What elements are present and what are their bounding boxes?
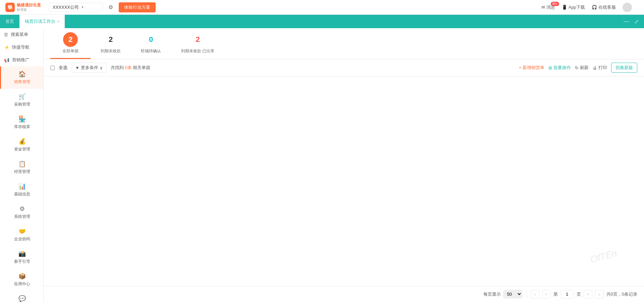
logo-text: 畅捷通好生意 标准版: [17, 3, 41, 11]
sidebar-item-app-center[interactable]: 📦 应用中心: [0, 268, 43, 291]
tab-bar: 首页 钱货日清工作台 × — ⤢: [0, 15, 644, 28]
enterprise-icon: 🤝: [18, 228, 26, 235]
sidebar-item-sales[interactable]: 🏠 销售管理: [0, 66, 43, 89]
finance-label: 资金管理: [14, 146, 30, 152]
download-icon: 📱: [562, 5, 567, 10]
last-page-btn[interactable]: »: [595, 290, 604, 299]
stat-overdue-number: 2: [103, 32, 118, 47]
search-menu-item[interactable]: ☰ 搜索菜单: [0, 28, 43, 41]
company-selector[interactable]: XXXXXX公司 ▼: [49, 3, 103, 12]
sidebar-item-system[interactable]: ⚙ 系统管理: [0, 201, 43, 224]
switch-btn[interactable]: 切换新版: [611, 63, 637, 73]
toolbar: 全选 ▼ 更多条件 ∨ 共找到 0条 相关单据 + 新增销货单 ⊞ 批量操作: [44, 59, 644, 76]
enterprise-label: 企业协同: [14, 236, 30, 242]
filter-label: 更多条件: [81, 65, 98, 71]
filter-icon: ▼: [75, 65, 79, 70]
batch-icon: ⊞: [548, 65, 552, 70]
main-layout: ☰ 搜索菜单 ⚡ 快捷导航 📢 营销推广 🏠 销售管理 🛒 采购管理 🏪 库存核…: [0, 28, 644, 302]
quick-nav-icon: ⚡: [4, 45, 9, 50]
operations-label: 经营管理: [14, 169, 30, 175]
stat-tab-overdue[interactable]: 2 到期未收款: [91, 28, 131, 59]
print-label: 打印: [598, 65, 607, 71]
stat-tab-all[interactable]: 2 全部单据: [50, 28, 91, 59]
stat-tab-shipped[interactable]: 2 到期未收款 已出库: [171, 28, 224, 59]
tab-home[interactable]: 首页: [0, 15, 19, 28]
chevron-down-icon: ▼: [81, 5, 84, 9]
sidebar-item-enterprise[interactable]: 🤝 企业协同: [0, 224, 43, 246]
stat-tab-wangpu[interactable]: 0 旺铺待确认: [131, 28, 171, 59]
page-size-select[interactable]: 50 20 100: [503, 290, 522, 298]
page-unit: 页: [577, 291, 581, 297]
avatar[interactable]: [623, 3, 632, 12]
page-text: 第: [553, 291, 558, 297]
newbie-icon: 📸: [18, 250, 26, 257]
toolbar-right: + 新增销货单 ⊞ 批量操作 ↻ 刷新 🖨 打印 切换新版: [519, 63, 637, 73]
basics-icon: 📊: [18, 183, 26, 190]
result-prefix: 共找到: [111, 65, 124, 70]
refresh-btn[interactable]: ↻ 刷新: [575, 65, 589, 71]
app-center-label: 应用中心: [14, 281, 30, 287]
app-download-btn[interactable]: 📱 App下载: [562, 4, 585, 10]
print-icon: 🖨: [593, 65, 597, 70]
stat-all-label: 全部单据: [62, 48, 78, 54]
sidebar-item-wechat[interactable]: 💬 企业微信: [0, 291, 43, 302]
new-sale-btn[interactable]: + 新增销货单: [519, 65, 544, 71]
sidebar-item-newbie[interactable]: 📸 新手引导: [0, 246, 43, 268]
tab-close-icon[interactable]: ×: [57, 19, 59, 23]
minimize-btn[interactable]: —: [622, 17, 630, 26]
logo-icon: 畅: [5, 3, 15, 12]
marketing-label: 营销推广: [12, 57, 30, 63]
inventory-label: 库存核算: [14, 124, 30, 130]
logo-main-text: 畅捷通好生意: [17, 3, 41, 7]
sidebar-item-finance[interactable]: 💰 资金管理: [0, 134, 43, 156]
search-icon: ☰: [4, 32, 8, 37]
stat-shipped-number: 2: [191, 32, 205, 47]
tab-workbench-label: 钱货日清工作台: [25, 18, 55, 24]
stat-overdue-label: 到期未收款: [101, 48, 121, 54]
content-area: 2 全部单据 2 到期未收款 0 旺铺待确认 2 到期未收款 已出库 全选 ▼ …: [44, 28, 644, 302]
stat-wangpu-number: 0: [144, 32, 158, 47]
settings-icon[interactable]: ⚙: [106, 3, 115, 12]
sidebar-item-basics[interactable]: 📊 基础信息: [0, 179, 43, 201]
prev-page-btn[interactable]: <: [542, 290, 551, 299]
top-header: 畅 畅捷通好生意 标准版 XXXXXX公司 ▼ ⚙ 体验行业方案 ✉ 消息 99…: [0, 0, 644, 15]
result-count: 0条: [125, 65, 132, 70]
experience-btn[interactable]: 体验行业方案: [119, 2, 156, 12]
wechat-icon: 💬: [18, 295, 26, 302]
batch-op-btn[interactable]: ⊞ 批量操作: [548, 65, 571, 71]
message-btn[interactable]: ✉ 消息 99+: [541, 4, 555, 10]
marketing-icon: 📢: [4, 58, 9, 63]
online-service-btn[interactable]: 🎧 在线客服: [592, 4, 616, 10]
message-badge: 99+: [551, 2, 559, 6]
new-sale-label: + 新增销货单: [519, 65, 544, 71]
purchase-label: 采购管理: [14, 102, 30, 107]
marketing-item[interactable]: 📢 营销推广: [0, 54, 43, 66]
sales-label: 销售管理: [14, 79, 30, 85]
quick-nav-item[interactable]: ⚡ 快捷导航: [0, 41, 43, 54]
sidebar-item-inventory[interactable]: 🏪 库存核算: [0, 111, 43, 134]
sidebar-item-operations[interactable]: 📋 经营管理: [0, 156, 43, 179]
logo-sub-text: 标准版: [17, 8, 41, 12]
page-size-label: 每页显示: [483, 291, 501, 297]
next-page-btn[interactable]: >: [584, 290, 592, 299]
service-icon: 🎧: [592, 5, 597, 10]
tab-home-label: 首页: [5, 18, 14, 24]
filter-btn[interactable]: ▼ 更多条件 ∨: [71, 63, 107, 73]
system-icon: ⚙: [19, 205, 25, 213]
operations-icon: 📋: [18, 160, 26, 168]
sidebar-item-purchase[interactable]: 🛒 采购管理: [0, 89, 43, 111]
page-input[interactable]: [560, 290, 574, 299]
company-name: XXXXXX公司: [53, 4, 79, 10]
system-label: 系统管理: [14, 214, 30, 220]
logo-area: 畅 畅捷通好生意 标准版: [5, 3, 49, 12]
select-all-checkbox[interactable]: [50, 66, 55, 70]
tab-workbench[interactable]: 钱货日清工作台 ×: [19, 15, 65, 28]
refresh-label: 刷新: [580, 65, 589, 71]
result-suffix: 相关单据: [133, 65, 150, 70]
first-page-btn[interactable]: «: [531, 290, 539, 299]
maximize-btn[interactable]: ⤢: [633, 17, 640, 26]
search-menu-label: 搜索菜单: [11, 32, 28, 38]
print-btn[interactable]: 🖨 打印: [593, 65, 607, 71]
tab-actions: — ⤢: [622, 17, 644, 26]
table-area: [44, 76, 644, 286]
